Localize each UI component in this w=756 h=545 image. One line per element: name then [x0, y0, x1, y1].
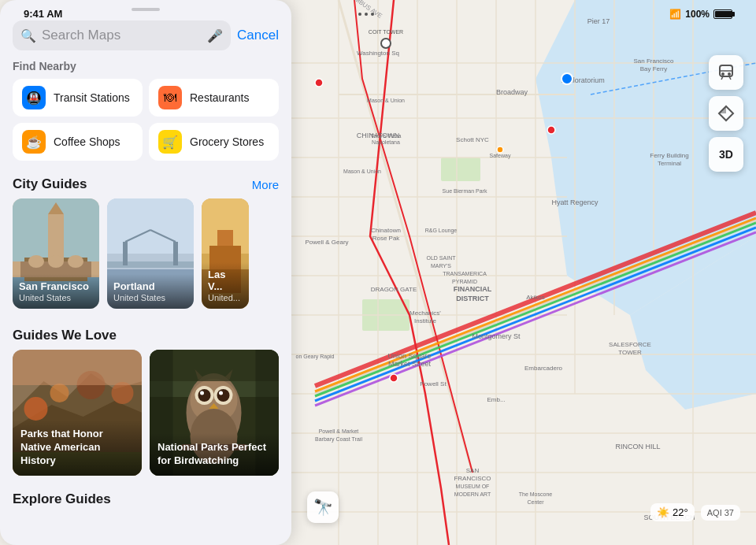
svg-text:RINCON HILL: RINCON HILL: [615, 443, 660, 450]
svg-text:MODERN ART: MODERN ART: [454, 491, 491, 497]
svg-text:Barbary Coast Trail: Barbary Coast Trail: [315, 436, 362, 443]
svg-text:COIT TOWER: COIT TOWER: [369, 29, 403, 35]
svg-text:TRANSAMERICA: TRANSAMERICA: [443, 271, 487, 276]
svg-text:on Geary Rapid: on Geary Rapid: [295, 354, 334, 360]
dot2: [365, 13, 368, 16]
svg-text:SALESFORCE: SALESFORCE: [609, 341, 651, 348]
svg-text:Union Square: Union Square: [387, 352, 431, 360]
svg-text:MARY'S: MARY'S: [431, 263, 451, 269]
svg-text:OLD SAINT: OLD SAINT: [427, 255, 457, 261]
birdwatch-guide-title: National Parks Perfect for Birdwatching: [158, 441, 271, 468]
search-bar[interactable]: 🔍 Search Maps 🎤: [13, 20, 231, 50]
nearby-item-restaurants[interactable]: 🍽 Restaurants: [149, 79, 279, 117]
svg-text:Broadway: Broadway: [496, 88, 528, 96]
city-card-san-francisco[interactable]: San Francisco United States: [13, 198, 99, 309]
svg-text:San Francisco: San Francisco: [633, 57, 674, 65]
sf-card-name: San Francisco: [19, 280, 93, 293]
parks-guide-overlay: Parks that Honor Native American History: [13, 420, 142, 476]
guides-we-love-header: Guides We Love: [0, 318, 291, 350]
status-right-group: 📶 100%: [669, 9, 732, 20]
city-guides-more-button[interactable]: More: [252, 178, 279, 191]
svg-text:Tony's Pizza: Tony's Pizza: [371, 133, 402, 139]
microphone-icon[interactable]: 🎤: [207, 28, 223, 43]
parks-guide-title: Parks that Honor Native American History: [20, 428, 134, 468]
svg-rect-98: [48, 214, 64, 261]
transit-button[interactable]: [709, 55, 743, 90]
svg-text:FINANCIAL: FINANCIAL: [454, 285, 492, 293]
svg-text:Mechanics': Mechanics': [410, 310, 441, 317]
transit-icon: 🚇: [22, 86, 46, 109]
city-card-portland[interactable]: Portland United States: [107, 198, 194, 309]
portland-card-name: Portland: [113, 280, 187, 293]
nearby-item-transit[interactable]: 🚇 Transit Stations: [13, 79, 143, 117]
restaurants-label: Restaurants: [190, 91, 249, 104]
portland-card-overlay: Portland United States: [107, 274, 194, 309]
explore-guides-title: Explore Guides: [13, 491, 111, 506]
status-time: 9:41 AM: [24, 8, 62, 20]
svg-rect-108: [173, 242, 178, 265]
svg-rect-105: [107, 198, 194, 254]
location-button[interactable]: [709, 96, 743, 131]
svg-point-123: [112, 382, 134, 404]
search-placeholder: Search Maps: [42, 28, 202, 43]
nearby-item-coffee[interactable]: ☕ Coffee Shops: [13, 123, 143, 161]
battery-icon: [713, 9, 732, 19]
weather-temp: 22°: [673, 506, 688, 518]
dot3: [371, 13, 374, 16]
weather-icon: ☀️: [657, 506, 669, 518]
cancel-button[interactable]: Cancel: [237, 28, 279, 43]
status-dots: [358, 13, 374, 16]
location-button-icon: [717, 105, 735, 122]
aqi-value: 37: [724, 508, 734, 517]
coffee-label: Coffee Shops: [54, 135, 120, 148]
coffee-icon: ☕: [22, 130, 46, 154]
svg-point-92: [315, 79, 323, 87]
svg-point-103: [68, 255, 83, 268]
svg-text:Powell & Market: Powell & Market: [319, 428, 359, 434]
svg-text:DISTRICT: DISTRICT: [456, 295, 489, 302]
svg-text:The Moscone: The Moscone: [519, 491, 553, 497]
3d-button[interactable]: 3D: [709, 137, 743, 172]
svg-text:Safeway: Safeway: [490, 153, 511, 159]
guides-grid: Parks that Honor Native American History: [0, 350, 291, 485]
explore-guides-section: Explore Guides: [0, 485, 291, 513]
3d-label: 3D: [719, 148, 733, 161]
svg-text:TOWER: TOWER: [618, 349, 642, 356]
guide-card-parks[interactable]: Parks that Honor Native American History: [13, 350, 142, 476]
city-guides-header: City Guides More: [0, 167, 291, 198]
portland-card-country: United States: [113, 293, 187, 302]
svg-text:PYRAMID: PYRAMID: [452, 279, 477, 284]
svg-text:Bay Ferry: Bay Ferry: [640, 65, 668, 72]
svg-text:Sue Bierman Park: Sue Bierman Park: [443, 188, 487, 194]
svg-text:Ferry Building: Ferry Building: [650, 152, 688, 159]
svg-point-121: [50, 384, 69, 402]
map-controls: 3D: [709, 55, 743, 172]
svg-text:Schott NYC: Schott NYC: [456, 136, 489, 143]
city-guides-title: City Guides: [13, 176, 87, 192]
guide-card-birdwatching[interactable]: National Parks Perfect for Birdwatching: [150, 350, 279, 476]
sf-card-country: United States: [19, 293, 93, 302]
svg-text:Market Street: Market Street: [388, 360, 432, 368]
svg-text:DRAGON GATE: DRAGON GATE: [371, 286, 417, 293]
svg-text:Center: Center: [527, 499, 544, 505]
svg-text:Montgomery St: Montgomery St: [472, 332, 521, 340]
svg-text:Emb...: Emb...: [487, 396, 505, 403]
svg-rect-107: [123, 242, 128, 265]
svg-text:Terminal: Terminal: [658, 160, 681, 167]
lasvegas-card-overlay: Las V... United...: [202, 262, 249, 309]
search-icon: 🔍: [20, 28, 36, 43]
sf-card-overlay: San Francisco United States: [13, 274, 99, 309]
svg-text:Mason & Union: Mason & Union: [367, 98, 405, 103]
svg-point-134: [217, 389, 230, 402]
svg-point-136: [219, 391, 223, 395]
binoculars-button[interactable]: 🔭: [307, 491, 339, 523]
svg-text:SAN: SAN: [466, 467, 480, 474]
transit-button-icon: [717, 63, 736, 82]
svg-point-102: [48, 255, 64, 268]
svg-point-147: [728, 72, 731, 76]
svg-text:Powell & Geary: Powell & Geary: [305, 239, 348, 246]
nearby-item-grocery[interactable]: 🛒 Grocery Stores: [149, 123, 279, 161]
city-card-lasvegas[interactable]: Las V... United...: [202, 198, 249, 309]
svg-text:Napoletana: Napoletana: [372, 139, 400, 146]
lasvegas-card-country: United...: [208, 293, 243, 302]
